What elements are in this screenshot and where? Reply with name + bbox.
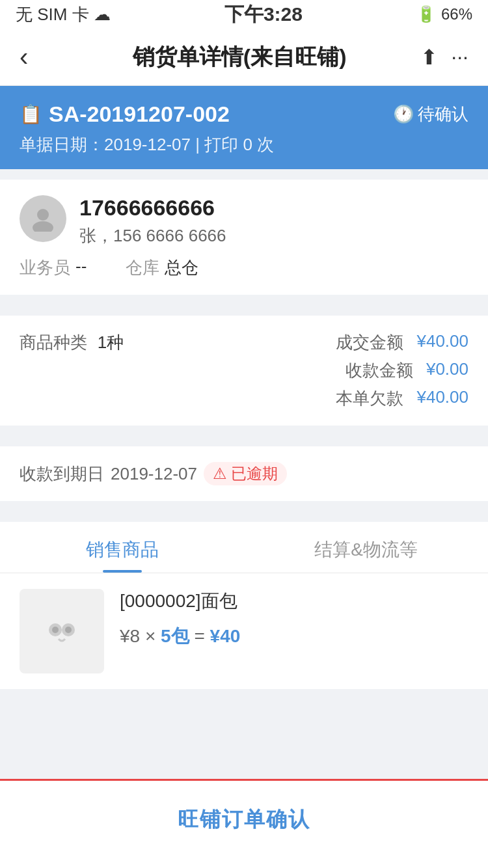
overdue-icon: ⚠ <box>213 465 227 483</box>
amount-value: ¥40.00 <box>416 331 468 354</box>
quantity: 5包 <box>161 626 189 646</box>
salesperson-label: 业务员 <box>20 256 70 279</box>
status-right: 🔋 66% <box>416 5 472 23</box>
summary-right: 成交金额 ¥40.00 收款金额 ¥0.00 本单欠款 ¥40.00 <box>336 331 468 410</box>
product-price-row: ¥8 × 5包 = ¥40 <box>120 624 468 649</box>
order-header: 📋 SA-20191207-002 🕐 待确认 单据日期：2019-12-07 … <box>0 86 488 169</box>
salesperson-value: -- <box>75 256 87 279</box>
due-date-label: 收款到期日 <box>20 463 104 485</box>
owed-value: ¥40.00 <box>416 387 468 410</box>
back-button[interactable]: ‹ <box>20 42 59 72</box>
product-name: [0000002]面包 <box>120 589 468 614</box>
status-text: 待确认 <box>418 103 468 126</box>
order-type-icon: 📋 <box>20 103 42 125</box>
warehouse-label: 仓库 <box>126 256 159 279</box>
order-id: SA-20191207-002 <box>49 102 230 127</box>
customer-row: 17666666666 张，156 6666 6666 <box>20 195 468 247</box>
divider-3 <box>0 501 488 511</box>
summary-row: 商品种类 1种 成交金额 ¥40.00 收款金额 ¥0.00 本单欠款 ¥40.… <box>20 331 468 410</box>
confirm-button[interactable]: 旺铺订单确认 <box>20 791 468 848</box>
status-bar: 无 SIM 卡 ☁ 下午3:28 🔋 66% <box>0 0 488 29</box>
tab-sales-products[interactable]: 销售商品 <box>0 522 244 573</box>
due-date-value: 2019-12-07 <box>111 464 197 484</box>
more-icon[interactable]: ··· <box>451 45 468 69</box>
customer-name: 张，156 6666 6666 <box>79 224 468 247</box>
multiply-sign: × <box>145 626 161 646</box>
due-date-row: 收款到期日 2019-12-07 ⚠ 已逾期 <box>20 462 468 485</box>
order-date: 单据日期：2019-12-07 | 打印 0 次 <box>20 133 468 156</box>
customer-card: 17666666666 张，156 6666 6666 业务员 -- 仓库 总仓 <box>0 180 488 295</box>
customer-info: 17666666666 张，156 6666 6666 <box>79 195 468 247</box>
summary-card: 商品种类 1种 成交金额 ¥40.00 收款金额 ¥0.00 本单欠款 ¥40.… <box>0 316 488 426</box>
salesperson-item: 业务员 -- <box>20 256 87 279</box>
customer-phone: 17666666666 <box>79 195 468 221</box>
status-time: 下午3:28 <box>224 1 303 28</box>
confirm-button-wrap: 旺铺订单确认 <box>0 779 488 868</box>
tabs-row: 销售商品 结算&物流等 <box>0 522 488 573</box>
warehouse-item: 仓库 总仓 <box>126 256 198 279</box>
battery-percent: 66% <box>441 5 472 23</box>
overdue-text: 已逾期 <box>231 463 278 484</box>
status-left: 无 SIM 卡 ☁ <box>16 3 111 26</box>
equals-sign: = <box>194 626 210 646</box>
order-header-top: 📋 SA-20191207-002 🕐 待确认 <box>20 102 468 127</box>
clock-icon: 🕐 <box>393 104 414 124</box>
type-value: 1种 <box>98 332 124 352</box>
amount-label: 成交金额 <box>336 331 403 354</box>
order-status: 🕐 待确认 <box>393 103 468 126</box>
nav-bar: ‹ 销货单详情(来自旺铺) ⬆ ··· <box>0 29 488 86</box>
overdue-badge: ⚠ 已逾期 <box>204 462 287 485</box>
product-card: [0000002]面包 ¥8 × 5包 = ¥40 <box>0 573 488 689</box>
type-label: 商品种类 <box>20 332 87 352</box>
owed-line: 本单欠款 ¥40.00 <box>336 387 468 410</box>
received-line: 收款金额 ¥0.00 <box>346 359 468 382</box>
warehouse-value: 总仓 <box>165 256 198 279</box>
customer-meta: 业务员 -- 仓库 总仓 <box>20 256 468 279</box>
page-title: 销货单详情(来自旺铺) <box>59 42 420 72</box>
order-id-row: 📋 SA-20191207-002 <box>20 102 230 127</box>
divider-1 <box>0 295 488 305</box>
svg-point-4 <box>52 627 59 633</box>
tab-settlement[interactable]: 结算&物流等 <box>244 522 488 573</box>
product-info: [0000002]面包 ¥8 × 5包 = ¥40 <box>120 589 468 673</box>
owed-label: 本单欠款 <box>336 387 403 410</box>
svg-point-0 <box>37 209 49 221</box>
price-unit: ¥8 <box>120 626 140 646</box>
svg-point-1 <box>33 221 53 232</box>
divider-2 <box>0 426 488 436</box>
received-label: 收款金额 <box>346 359 413 382</box>
product-thumbnail <box>20 589 104 673</box>
svg-point-5 <box>65 627 72 633</box>
battery-icon: 🔋 <box>416 5 436 23</box>
received-value: ¥0.00 <box>426 359 468 382</box>
avatar <box>20 195 66 242</box>
due-date-card: 收款到期日 2019-12-07 ⚠ 已逾期 <box>0 446 488 501</box>
no-sim-text: 无 SIM 卡 ☁ <box>16 3 111 26</box>
total-price: ¥40 <box>210 626 241 646</box>
summary-left: 商品种类 1种 <box>20 331 124 354</box>
nav-actions: ⬆ ··· <box>420 45 468 70</box>
amount-line: 成交金额 ¥40.00 <box>336 331 468 354</box>
share-icon[interactable]: ⬆ <box>420 45 438 70</box>
